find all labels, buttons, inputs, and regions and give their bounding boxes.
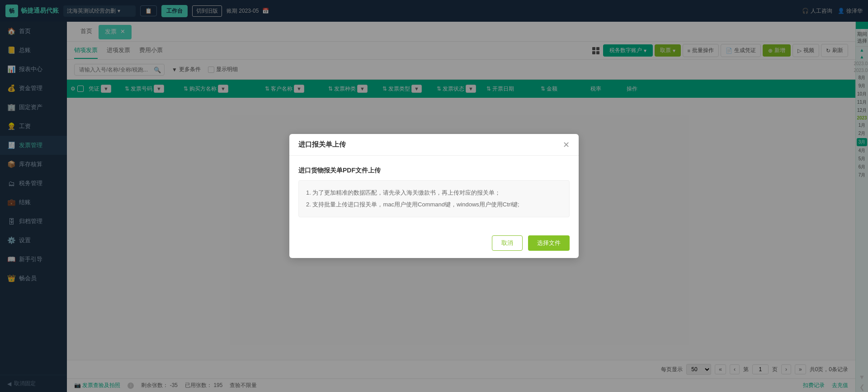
upload-note-1: 1. 为了更加精准的数据匹配，请先录入海关缴款书，再上传对应的报关单； [306, 187, 562, 199]
modal-overlay[interactable]: 进口报关单上传 ✕ 进口货物报关单PDF文件上传 1. 为了更加精准的数据匹配，… [0, 0, 868, 392]
select-file-button[interactable]: 选择文件 [528, 235, 570, 251]
modal-body: 进口货物报关单PDF文件上传 1. 为了更加精准的数据匹配，请先录入海关缴款书，… [289, 156, 579, 228]
upload-note-2: 2. 支持批量上传进口报关单，mac用户使用Command键，windows用户… [306, 199, 562, 210]
cancel-button[interactable]: 取消 [492, 235, 523, 251]
modal-footer: 取消 选择文件 [289, 228, 579, 258]
upload-modal: 进口报关单上传 ✕ 进口货物报关单PDF文件上传 1. 为了更加精准的数据匹配，… [289, 134, 579, 258]
upload-section-title: 进口货物报关单PDF文件上传 [298, 167, 570, 175]
upload-notes: 1. 为了更加精准的数据匹配，请先录入海关缴款书，再上传对应的报关单； 2. 支… [298, 180, 570, 217]
modal-header: 进口报关单上传 ✕ [289, 134, 579, 156]
modal-close-button[interactable]: ✕ [563, 141, 570, 149]
modal-title: 进口报关单上传 [298, 140, 346, 149]
